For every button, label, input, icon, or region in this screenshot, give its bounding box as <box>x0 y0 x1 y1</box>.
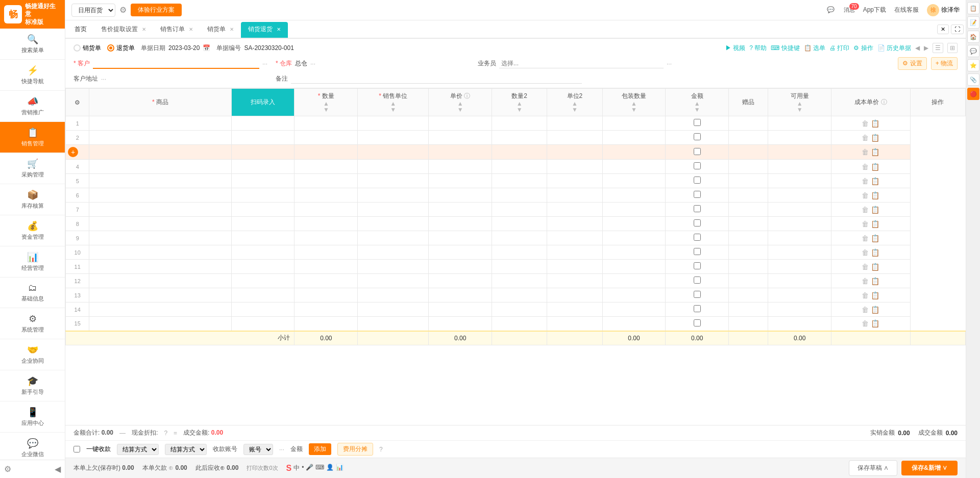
col-settings[interactable]: ⚙ <box>66 89 89 116</box>
add-logistics-btn[interactable]: + 物流 <box>931 57 958 70</box>
row-2-gift-checkbox[interactable] <box>694 133 701 140</box>
row-3-gift[interactable] <box>666 145 729 160</box>
tab-sales-delivery[interactable]: 销货单 ✕ <box>200 22 241 38</box>
sidebar-item-app[interactable]: 📱 应用中心 <box>0 401 65 433</box>
sidebar-item-shortcuts[interactable]: ⚡ 快捷导航 <box>0 60 65 91</box>
settings-icon[interactable]: ⚙ <box>4 464 11 474</box>
row-3-product-input[interactable] <box>91 148 229 156</box>
add-payment-btn[interactable]: 添加 <box>309 443 331 455</box>
row-1-qty[interactable] <box>231 116 295 131</box>
del-icon[interactable]: 🗑 <box>862 277 869 285</box>
tool-icon1[interactable]: 中 <box>293 464 300 473</box>
col-scan[interactable]: 扫码录入 <box>231 89 295 116</box>
settings-btn[interactable]: ⚙ 设置 <box>898 57 926 70</box>
online-service-btn[interactable]: 在线客服 <box>894 6 919 14</box>
row-1-qty2[interactable] <box>429 116 492 131</box>
copy-icon[interactable]: 📋 <box>871 248 879 257</box>
calc-method-select[interactable]: 结算方式 <box>165 444 207 455</box>
pick-link[interactable]: 📋 选单 <box>804 44 825 53</box>
save-draft-btn[interactable]: 保存草稿 ∧ <box>849 460 897 476</box>
row-1-unit2[interactable] <box>492 116 547 131</box>
row-1-product[interactable] <box>89 116 231 131</box>
help-link[interactable]: ? 帮助 <box>749 44 767 53</box>
account-method-select[interactable]: 结算方式 <box>117 444 159 455</box>
message-btn[interactable]: 💬 70 消息 <box>827 6 854 14</box>
tool-icon3[interactable]: 🎤 <box>306 464 313 473</box>
row-3-amount[interactable] <box>602 145 666 160</box>
row-3-qty2[interactable] <box>429 145 492 160</box>
del-icon[interactable]: 🗑 <box>862 163 869 171</box>
view-toggle1[interactable]: ☰ <box>933 43 943 53</box>
del-icon[interactable]: 🗑 <box>862 177 869 185</box>
expense-help-icon[interactable]: ? <box>379 446 383 453</box>
row-2-product[interactable] <box>89 131 231 145</box>
add-row-btn[interactable]: + <box>68 147 78 157</box>
one-click-collect-checkbox[interactable] <box>74 446 80 452</box>
radio-return[interactable]: 退货单 <box>107 44 135 53</box>
row-3-gift-checkbox[interactable] <box>694 148 701 155</box>
row-2-available[interactable] <box>729 131 768 145</box>
staff-input[interactable] <box>499 59 664 68</box>
save-new-btn[interactable]: 保存&新增 ∨ <box>901 461 958 475</box>
account-select[interactable]: 账号 <box>243 444 273 455</box>
debt-help-icon[interactable]: ⊕ <box>168 464 174 471</box>
video-link[interactable]: ▶ 视频 <box>725 44 745 53</box>
sidebar-item-purchase[interactable]: 🛒 采购管理 <box>0 153 65 184</box>
del-icon[interactable]: 🗑 <box>862 263 869 271</box>
shortcut-link[interactable]: ⌨ 快捷键 <box>771 44 799 53</box>
next-icon[interactable]: ▶ <box>924 44 928 52</box>
customer-input[interactable] <box>93 59 259 69</box>
copy-icon[interactable]: 📋 <box>871 319 879 328</box>
sidebar-item-finance[interactable]: 💰 资金管理 <box>0 215 65 246</box>
row-2-amount[interactable] <box>602 131 666 145</box>
row-1-available[interactable] <box>729 116 768 131</box>
del-icon[interactable]: 🗑 <box>862 206 869 214</box>
row-3-available[interactable] <box>729 145 768 160</box>
user-menu[interactable]: 徐 徐泽华 <box>927 4 960 16</box>
rs-icon-1[interactable]: 📋 <box>967 2 979 14</box>
row-3-copy-icon[interactable]: 📋 <box>871 148 879 156</box>
row-2-gift[interactable] <box>666 131 729 145</box>
view-toggle2[interactable]: ⊞ <box>947 43 958 53</box>
row-2-qty2[interactable] <box>429 131 492 145</box>
row-1-cost-price[interactable] <box>768 116 831 131</box>
del-icon[interactable]: 🗑 <box>862 191 869 199</box>
unit-price-info-icon[interactable]: ⓘ <box>464 92 470 99</box>
del-icon[interactable]: 🗑 <box>862 248 869 257</box>
operation-link[interactable]: ⚙ 操作 <box>853 44 873 53</box>
row-1-unit[interactable] <box>295 116 358 131</box>
row-1-pkg-qty[interactable] <box>547 116 602 131</box>
row-3-qty[interactable] <box>231 145 295 160</box>
copy-icon[interactable]: 📋 <box>871 263 879 271</box>
row-3-pkg-qty[interactable] <box>547 145 602 160</box>
calendar-icon[interactable]: 📅 <box>203 44 210 52</box>
sidebar-item-marketing[interactable]: 📣 营销推广 <box>0 91 65 122</box>
row-1-delete-icon[interactable]: 🗑 <box>862 119 869 128</box>
row-1-amount[interactable] <box>602 116 666 131</box>
sidebar-item-operation[interactable]: 📊 经营管理 <box>0 246 65 278</box>
sidebar-item-sales[interactable]: 📋 销售管理 <box>0 122 65 153</box>
tab-home[interactable]: 首页 <box>67 22 94 38</box>
row-2-qty[interactable] <box>231 131 295 145</box>
del-icon[interactable]: 🗑 <box>862 291 869 299</box>
print-link[interactable]: 🖨 打印 <box>829 44 849 53</box>
trial-btn[interactable]: 体验行业方案 <box>131 4 182 16</box>
remark-input[interactable] <box>291 74 582 84</box>
tab-sales-return-close[interactable]: ✕ <box>277 27 281 32</box>
copy-icon[interactable]: 📋 <box>871 206 879 214</box>
rs-icon-5[interactable]: ⭐ <box>967 59 979 71</box>
rs-icon-3[interactable]: 🏠 <box>967 31 979 43</box>
staff-picker[interactable]: ··· <box>667 60 672 67</box>
copy-icon[interactable]: 📋 <box>871 234 879 242</box>
row-2-delete-icon[interactable]: 🗑 <box>862 134 869 142</box>
sidebar-item-newbie[interactable]: 🎓 新手引导 <box>0 370 65 401</box>
row-1-copy-icon[interactable]: 📋 <box>871 119 879 128</box>
copy-icon[interactable]: 📋 <box>871 177 879 185</box>
rs-icon-2[interactable]: 📝 <box>967 16 979 29</box>
tab-price-settings-close[interactable]: ✕ <box>142 27 146 32</box>
sidebar-item-system[interactable]: ⚙ 系统管理 <box>0 308 65 339</box>
tab-sales-delivery-close[interactable]: ✕ <box>230 27 234 32</box>
row-2-cost-price[interactable] <box>768 131 831 145</box>
row-3-unit-price[interactable] <box>358 145 429 160</box>
tab-expand-btn[interactable]: ⛶ <box>951 24 964 34</box>
